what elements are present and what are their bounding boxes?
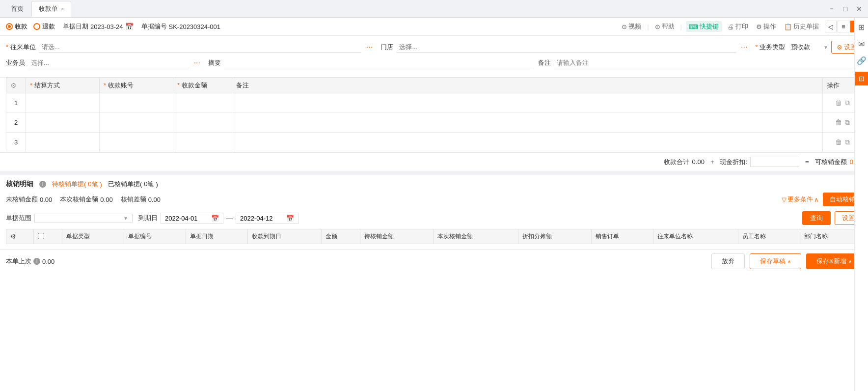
- row-amount-3[interactable]: [173, 133, 232, 152]
- discard-button[interactable]: 放弃: [711, 253, 745, 269]
- save-draft-button[interactable]: 保存草稿 ∧: [750, 253, 801, 269]
- print-action[interactable]: 🖨 打印: [726, 21, 750, 32]
- employee-more-icon[interactable]: ···: [192, 58, 202, 67]
- tab-close-icon[interactable]: ×: [61, 6, 64, 12]
- sidebar-screen-icon[interactable]: ⊡: [855, 72, 868, 85]
- biz-type-label: * 业务类型: [755, 43, 785, 52]
- tab-done-label: 已核销单据(: [108, 180, 142, 189]
- row-remark-1[interactable]: [232, 93, 823, 113]
- tab-active[interactable]: 收款单 ×: [31, 1, 71, 17]
- video-label: 视频: [628, 22, 641, 31]
- counterpart-more-icon[interactable]: ···: [364, 43, 375, 52]
- sep2: |: [680, 23, 682, 30]
- help-action[interactable]: ⊙ 帮助: [653, 21, 677, 32]
- row-remark-2[interactable]: [232, 113, 823, 133]
- row-remark-3[interactable]: [232, 133, 823, 152]
- section-divider: [0, 171, 868, 175]
- th-settings: ⚙: [6, 78, 26, 93]
- tab-pending-count: 0笔: [88, 180, 98, 189]
- number-label: 单据编号: [141, 22, 167, 31]
- verify-tab-done[interactable]: 已核销单据( 0笔 ): [108, 180, 158, 189]
- tab-home[interactable]: 首页: [4, 1, 30, 16]
- row-account-1[interactable]: [100, 93, 173, 113]
- prev-value: 0.00: [42, 258, 54, 265]
- range-select[interactable]: ▼: [34, 214, 133, 223]
- view-list-btn[interactable]: ◁: [825, 21, 837, 32]
- bottom-info-icon[interactable]: i: [33, 258, 40, 265]
- row-delete-2[interactable]: 🗑: [835, 118, 842, 127]
- range-label: 单据范围: [6, 214, 31, 223]
- counterpart-label: * 往来单位: [6, 43, 36, 52]
- row-copy-2[interactable]: ⧉: [845, 118, 850, 127]
- operation-action[interactable]: ⚙ 操作: [754, 21, 778, 32]
- row-copy-1[interactable]: ⧉: [845, 99, 850, 107]
- row-account-3[interactable]: [100, 133, 173, 152]
- maximize-button[interactable]: □: [841, 4, 850, 14]
- save-new-button[interactable]: 保存&新增 ∧: [806, 253, 862, 269]
- calendar-to-icon[interactable]: 📅: [286, 215, 294, 222]
- sidebar-table-icon[interactable]: ⊞: [856, 22, 867, 32]
- shortcut-icon: ⌨: [689, 23, 698, 30]
- view-split-btn[interactable]: ≡: [838, 21, 849, 32]
- row-amount-1[interactable]: [173, 93, 232, 113]
- counterpart-input[interactable]: [39, 42, 361, 53]
- more-conditions-btn[interactable]: ▽ 更多条件 ∧: [782, 195, 819, 204]
- row-settle-3[interactable]: [26, 133, 100, 152]
- date-value: 2023-03-24: [90, 23, 123, 30]
- calendar-from-icon[interactable]: 📅: [211, 215, 219, 222]
- table-area: ⚙ * 结算方式 * 收款账号 * 收款金额 备注 操作: [0, 78, 868, 152]
- radio-receive[interactable]: 收款: [6, 22, 27, 31]
- radio-refund[interactable]: 退款: [33, 22, 55, 31]
- vth-due-date: 收款到期日: [248, 229, 321, 244]
- sidebar-attach-icon[interactable]: 🔗: [856, 55, 867, 66]
- verify-table: ⚙ 单据类型 单据编号 单据日期 收款到期日 金额 待核销金额 本次核销金额 折…: [6, 229, 862, 244]
- verify-table-container: ⚙ 单据类型 单据编号 单据日期 收款到期日 金额 待核销金额 本次核销金额 折…: [6, 229, 862, 244]
- unverified-value: 0.00: [40, 196, 52, 203]
- unverified-label: 未核销金额: [6, 195, 38, 204]
- query-button[interactable]: 查询: [802, 211, 831, 225]
- history-icon: 📋: [784, 23, 792, 30]
- row-num-3: 3: [6, 133, 26, 152]
- minimize-button[interactable]: －: [827, 4, 837, 14]
- tab-done-suffix: ): [156, 181, 158, 188]
- store-more-icon[interactable]: ···: [739, 43, 749, 52]
- vth-date: 单据日期: [186, 229, 248, 244]
- row-delete-3[interactable]: 🗑: [835, 138, 842, 146]
- biz-type-dropdown-icon[interactable]: ▼: [823, 45, 828, 50]
- tab-pending-suffix: ): [100, 181, 102, 188]
- number-value: SK-20230324-001: [169, 23, 221, 30]
- row-amount-2[interactable]: [173, 113, 232, 133]
- remark-input[interactable]: [554, 57, 862, 68]
- shortcut-action[interactable]: ⌨ 快捷键: [686, 21, 722, 32]
- row-delete-1[interactable]: 🗑: [835, 99, 842, 107]
- video-action[interactable]: ⊙ 视频: [620, 21, 643, 32]
- date-from-input[interactable]: [165, 215, 209, 222]
- operation-label: 操作: [763, 22, 776, 31]
- window-controls: － □ ✕: [827, 4, 864, 14]
- date-calendar-icon[interactable]: 📅: [125, 23, 134, 30]
- date-field: 单据日期 2023-03-24 📅: [63, 22, 134, 31]
- store-input[interactable]: [396, 42, 736, 53]
- date-to-wrapper: 📅: [236, 213, 298, 224]
- table-settings-icon[interactable]: ⚙: [10, 82, 17, 89]
- row-settle-1[interactable]: [26, 93, 100, 113]
- verify-right: ▽ 更多条件 ∧ 自动核销: [782, 193, 862, 206]
- employee-input[interactable]: [28, 57, 189, 68]
- history-action[interactable]: 📋 历史单据: [782, 21, 821, 32]
- vtable-settings-icon[interactable]: ⚙: [10, 233, 16, 240]
- vth-counterpart: 往来单位名称: [653, 229, 738, 244]
- verify-tab-pending[interactable]: 待核销单据( 0笔 ): [52, 180, 102, 189]
- close-button[interactable]: ✕: [854, 4, 864, 14]
- form-row-2: 业务员 ··· 摘要 备注: [6, 57, 862, 68]
- discount-input[interactable]: [750, 157, 799, 167]
- verify-info-icon[interactable]: i: [39, 181, 46, 188]
- summary-input[interactable]: [224, 57, 532, 68]
- number-field: 单据编号 SK-20230324-001: [141, 22, 221, 31]
- row-account-2[interactable]: [100, 113, 173, 133]
- date-to-input[interactable]: [240, 215, 284, 222]
- calc-plus: +: [710, 158, 714, 166]
- row-copy-3[interactable]: ⧉: [845, 138, 850, 146]
- sidebar-mail-icon[interactable]: ✉: [856, 38, 867, 49]
- vth-checkbox-input[interactable]: [38, 233, 44, 239]
- row-settle-2[interactable]: [26, 113, 100, 133]
